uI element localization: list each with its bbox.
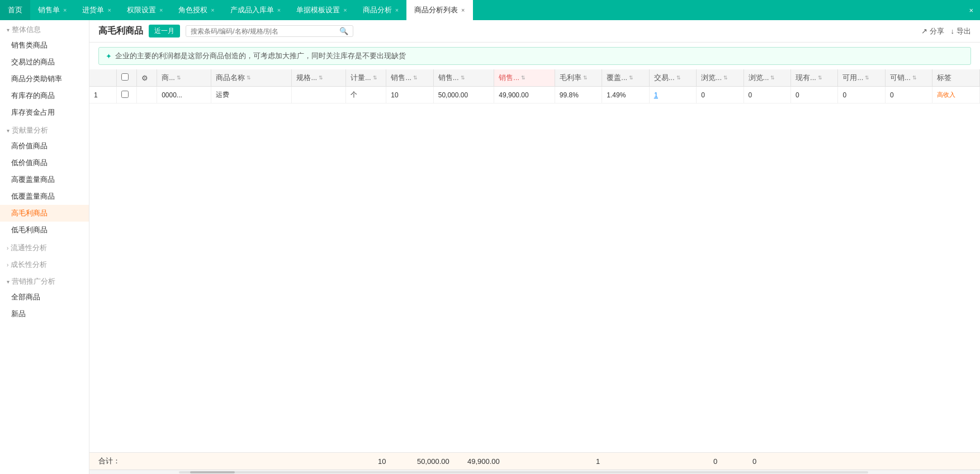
col-name[interactable]: 商品名称 ⇅ xyxy=(211,69,292,87)
cell-coverage: 1.49% xyxy=(602,87,649,104)
sidebar-item-sales-goods[interactable]: 销售类商品 xyxy=(0,37,89,54)
window-close-button[interactable]: × xyxy=(962,0,980,20)
tag-label: 高收入 xyxy=(937,91,955,98)
sidebar-item-all-goods[interactable]: 全部商品 xyxy=(0,289,89,306)
sidebar-item-new-goods[interactable]: 新品 xyxy=(0,306,89,322)
nav-permission[interactable]: 权限设置 × xyxy=(119,0,171,20)
sidebar-group-overview[interactable]: ▾ 整体信息 xyxy=(0,20,89,37)
footer-sales-amount: 50,000.00 xyxy=(417,457,467,466)
sort-icon-name: ⇅ xyxy=(247,75,251,81)
sidebar-item-low-margin[interactable]: 低毛利商品 xyxy=(0,222,89,238)
close-permission-tab[interactable]: × xyxy=(159,7,163,13)
col-sales-amount[interactable]: 销售... ⇅ xyxy=(433,69,494,87)
info-icon: ✦ xyxy=(106,52,112,60)
sort-icon-browse2: ⇅ xyxy=(770,75,775,81)
sidebar-item-in-stock[interactable]: 有库存的商品 xyxy=(0,87,89,104)
filter-month-btn[interactable]: 近一月 xyxy=(149,25,180,37)
nav-product-stock[interactable]: 产成品入库单 × xyxy=(222,0,288,20)
footer-spacer4 xyxy=(188,457,233,466)
sidebar-item-high-value[interactable]: 高价值商品 xyxy=(0,138,89,154)
close-purchase-tab[interactable]: × xyxy=(107,7,111,13)
nav-template[interactable]: 单据模板设置 × xyxy=(288,0,354,20)
col-transaction[interactable]: 交易... ⇅ xyxy=(649,69,696,87)
sidebar-group-contribution[interactable]: ▾ 贡献量分析 xyxy=(0,121,89,138)
content-header: 高毛利商品 近一月 🔍 ↗ 分享 ↓ 导出 xyxy=(89,20,980,43)
cell-spec xyxy=(292,87,346,104)
col-coverage[interactable]: 覆盖... ⇅ xyxy=(602,69,649,87)
sidebar-item-low-value[interactable]: 低价值商品 xyxy=(0,154,89,171)
nav-analysis[interactable]: 商品分析 × xyxy=(355,0,406,20)
cell-transaction: 1 xyxy=(649,87,696,104)
footer-transaction: 1 xyxy=(596,457,635,466)
cell-tag: 高收入 xyxy=(932,87,980,104)
table-row: 1 0000... 运费 个 10 50,000.00 49,900.00 99… xyxy=(89,87,980,104)
close-analysis-list-tab[interactable]: × xyxy=(461,7,465,13)
sort-icon-coverage: ⇅ xyxy=(629,75,633,81)
row-checkbox[interactable] xyxy=(121,91,129,98)
scrollbar-track[interactable] xyxy=(179,471,868,473)
col-sales-profit[interactable]: 销售... ⇅ xyxy=(494,69,555,87)
close-analysis-tab[interactable]: × xyxy=(395,7,399,13)
col-browse2[interactable]: 浏览... ⇅ xyxy=(744,69,790,87)
sidebar-item-low-coverage[interactable]: 低覆盖量商品 xyxy=(0,188,89,205)
content-area: 高毛利商品 近一月 🔍 ↗ 分享 ↓ 导出 xyxy=(89,20,980,474)
close-sales-tab[interactable]: × xyxy=(63,7,67,13)
sort-icon-stock-available: ⇅ xyxy=(865,75,869,81)
search-icon[interactable]: 🔍 xyxy=(339,27,348,35)
share-btn[interactable]: ↗ 分享 xyxy=(921,26,944,36)
nav-analysis-list[interactable]: 商品分析列表 × xyxy=(406,0,472,20)
cell-gross-margin: 99.8% xyxy=(555,87,602,104)
footer-spacer2 xyxy=(154,457,171,466)
transaction-link[interactable]: 1 xyxy=(654,91,658,99)
col-stock-current[interactable]: 现有... ⇅ xyxy=(791,69,838,87)
nav-home[interactable]: 首页 xyxy=(0,0,30,20)
col-index xyxy=(89,69,116,87)
cell-checkbox[interactable] xyxy=(116,87,136,104)
col-spec[interactable]: 规格... ⇅ xyxy=(292,69,346,87)
sidebar-item-high-coverage[interactable]: 高覆盖量商品 xyxy=(0,171,89,188)
cell-browse1: 0 xyxy=(697,87,744,104)
search-input[interactable] xyxy=(191,27,337,35)
col-sales-count[interactable]: 销售... ⇅ xyxy=(386,69,433,87)
nav-purchase[interactable]: 进货单 × xyxy=(74,0,119,20)
export-btn[interactable]: ↓ 导出 xyxy=(951,26,972,36)
col-unit[interactable]: 计量... ⇅ xyxy=(345,69,386,87)
info-banner: ✦ 企业的主要的利润都是这部分商品创造的，可考虑加大推广，同时关注库存是不要出现… xyxy=(98,47,971,65)
close-template-tab[interactable]: × xyxy=(343,7,347,13)
col-tag[interactable]: 标签 xyxy=(932,69,980,87)
export-icon: ↓ xyxy=(951,27,955,35)
footer-spacer5 xyxy=(233,457,300,466)
close-product-stock-tab[interactable]: × xyxy=(277,7,281,13)
col-stock-available[interactable]: 可用... ⇅ xyxy=(838,69,885,87)
col-stock-saleable[interactable]: 可销... ⇅ xyxy=(885,69,932,87)
sidebar-item-category-rate[interactable]: 商品分类助销率 xyxy=(0,71,89,87)
cell-name: 运费 xyxy=(211,87,292,104)
sort-icon-stock-saleable: ⇅ xyxy=(912,75,917,81)
footer-cells: 10 50,000.00 49,900.00 1 0 0 xyxy=(132,457,971,466)
table-header-row: ⚙ 商... ⇅ 商品名称 xyxy=(89,69,980,87)
cell-stock-available: 0 xyxy=(838,87,885,104)
col-browse1[interactable]: 浏览... ⇅ xyxy=(697,69,744,87)
col-code[interactable]: 商... ⇅ xyxy=(157,69,211,87)
cell-stock-saleable: 0 xyxy=(885,87,932,104)
page-title: 高毛利商品 xyxy=(98,25,143,37)
sidebar-item-traded-goods[interactable]: 交易过的商品 xyxy=(0,54,89,71)
cell-code: 0000... xyxy=(157,87,211,104)
footer-spacer11 xyxy=(674,457,713,466)
col-gross-margin[interactable]: 毛利率 ⇅ xyxy=(555,69,602,87)
nav-sales[interactable]: 销售单 × xyxy=(30,0,74,20)
sidebar-item-high-margin[interactable]: 高毛利商品 xyxy=(0,205,89,222)
sidebar-collapse-btn[interactable]: « xyxy=(89,26,89,39)
col-settings[interactable]: ⚙ xyxy=(136,69,157,87)
sidebar-group-growth[interactable]: › 成长性分析 xyxy=(0,255,89,272)
select-all-checkbox[interactable] xyxy=(121,73,129,81)
sort-icon-transaction: ⇅ xyxy=(676,75,681,81)
cell-stock-current: 0 xyxy=(791,87,838,104)
sidebar-group-liquidity[interactable]: › 流通性分析 xyxy=(0,238,89,255)
scrollbar-thumb[interactable] xyxy=(190,471,235,473)
sidebar-item-stock-capital[interactable]: 库存资金占用 xyxy=(0,104,89,121)
close-role-tab[interactable]: × xyxy=(211,7,214,13)
sidebar-group-marketing[interactable]: ▾ 营销推广分析 xyxy=(0,272,89,289)
col-checkbox[interactable] xyxy=(116,69,136,87)
nav-role[interactable]: 角色授权 × xyxy=(171,0,222,20)
